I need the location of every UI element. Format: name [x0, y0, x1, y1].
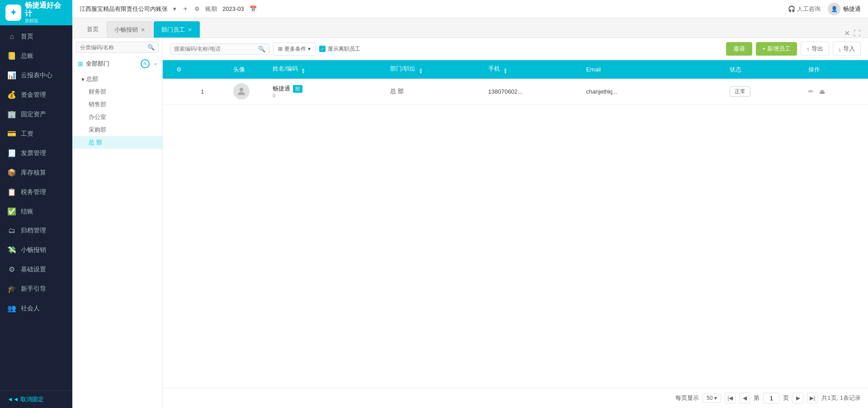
row-settings-cell: [163, 79, 195, 104]
sidebar-item-ledger[interactable]: 📒 总账: [0, 46, 72, 66]
page-number-input[interactable]: [763, 393, 779, 403]
filter-button[interactable]: ⊞ 更多条件 ▾: [273, 43, 316, 56]
sidebar-item-funds[interactable]: 💰 资金管理: [0, 85, 72, 104]
dept-sort-icon[interactable]: ▲▼: [419, 68, 423, 74]
col-settings[interactable]: ⚙: [163, 60, 195, 79]
employee-dept-badge: 部: [293, 85, 302, 93]
sidebar-label-reports: 云报表中心: [21, 71, 52, 80]
dept-collapse-icon[interactable]: «: [154, 61, 157, 66]
name-sort-icon[interactable]: ▲▼: [301, 68, 305, 74]
dept-child-sales[interactable]: 销售部: [72, 98, 162, 111]
archive-icon: 🗂: [7, 227, 16, 235]
next-page-button[interactable]: ▶: [793, 393, 803, 403]
sidebar-label-archive: 归档管理: [21, 227, 46, 235]
settings-icon: ⚙: [7, 265, 16, 274]
sidebar-label-guide: 新手引导: [21, 285, 46, 293]
sidebar-item-tax[interactable]: 📋 税务管理: [0, 182, 72, 202]
tab-expense[interactable]: 小畅报销 ✕: [107, 21, 153, 38]
sidebar-label-closing: 结账: [21, 208, 33, 216]
action-icons: ✏ ⏏: [808, 88, 863, 95]
import-button[interactable]: ↓ 导入: [833, 42, 861, 56]
col-dept-header[interactable]: 部门/职位 ▲▼: [385, 60, 483, 79]
filter-icon: ⊞: [278, 46, 283, 52]
employee-code: 0: [273, 93, 379, 98]
sidebar-label-settings: 基础设置: [21, 266, 46, 274]
dept-parent-general[interactable]: ▾ 总部: [72, 73, 162, 85]
settings-top-button[interactable]: ⚙: [194, 5, 200, 12]
support-button[interactable]: 🎧 人工咨询: [788, 5, 821, 13]
all-dept-header[interactable]: ⊞ 全部部门 ✎ «: [72, 57, 162, 71]
first-page-button[interactable]: |◀: [725, 393, 736, 403]
search-input[interactable]: [174, 46, 255, 52]
inventory-icon: 📦: [7, 168, 16, 177]
prev-page-button[interactable]: ◀: [739, 393, 750, 403]
row-phone-cell: 138070602...: [483, 79, 581, 104]
dept-child-office[interactable]: 办公室: [72, 111, 162, 123]
row-status-cell: 正常: [724, 79, 802, 104]
add-dept-button[interactable]: ✎: [141, 59, 150, 68]
sidebar-label-home: 首页: [21, 33, 33, 41]
add-employee-button[interactable]: + 新增员工: [756, 42, 797, 56]
show-resigned-label: 显示离职员工: [328, 45, 360, 53]
tab-department[interactable]: 部门员工 ✕: [154, 21, 200, 38]
tab-home[interactable]: 首页: [80, 21, 106, 38]
search-box[interactable]: 🔍: [170, 43, 269, 55]
tab-expense-close[interactable]: ✕: [141, 27, 145, 33]
dept-search-icon[interactable]: 🔍: [147, 44, 155, 51]
sidebar-item-guide[interactable]: 🎓 新手引导: [0, 279, 72, 299]
company-dropdown-button[interactable]: ▾: [173, 5, 176, 12]
col-email-header: Email: [580, 60, 724, 79]
sidebar-item-invoice[interactable]: 🧾 发票管理: [0, 143, 72, 163]
edit-button[interactable]: ✏: [808, 88, 814, 95]
svg-point-0: [240, 88, 243, 91]
row-avatar-cell: [228, 79, 267, 104]
add-company-button[interactable]: ＋: [182, 4, 189, 14]
col-phone-header[interactable]: 手机 ▲▼: [483, 60, 581, 79]
export-button[interactable]: ↑ 导出: [801, 42, 829, 56]
maximize-window-button[interactable]: ⛶: [854, 29, 861, 38]
page-body: 🔍 ⊞ 全部部门 ✎ « ▾ 总部 财务部 销售部 办公室 采购部: [72, 38, 868, 408]
close-window-button[interactable]: ✕: [844, 29, 850, 38]
logout-button[interactable]: ⏏: [819, 88, 825, 95]
page-size-select[interactable]: 50 ▾: [703, 394, 721, 403]
page-label: 页: [783, 394, 789, 402]
invite-button[interactable]: 邀请: [726, 42, 752, 56]
main-content: 江西服宝精品有限责任公司内账张 ▾ ＋ ⚙ 账期 2023-03 📅 🎧 人工咨…: [72, 0, 868, 408]
sidebar-item-salary[interactable]: 💳 工资: [0, 124, 72, 143]
show-resigned-checkbox[interactable]: ✓: [319, 46, 326, 52]
sidebar-label-assets: 固定资产: [21, 110, 46, 119]
sidebar-item-inventory[interactable]: 📦 库存核算: [0, 163, 72, 182]
top-right: 🎧 人工咨询 👤 畅捷通: [788, 3, 861, 15]
sidebar-item-home[interactable]: ⌂ 首页: [0, 27, 72, 46]
tab-department-close[interactable]: ✕: [188, 27, 192, 33]
dept-child-general[interactable]: 总 部: [72, 136, 162, 149]
sidebar-item-assets[interactable]: 🏢 固定资产: [0, 104, 72, 124]
dept-search-input[interactable]: [80, 44, 147, 51]
sidebar-item-archive[interactable]: 🗂 归档管理: [0, 221, 72, 240]
table-row: 1 畅捷通 部 0: [163, 79, 868, 104]
sidebar-label-invoice: 发票管理: [21, 149, 46, 157]
page-size-label: 每页显示: [675, 394, 699, 402]
col-name-header[interactable]: 姓名/编码 ▲▼: [267, 60, 385, 79]
show-resigned-checkbox-group[interactable]: ✓ 显示离职员工: [319, 45, 360, 53]
row-name-cell: 畅捷通 部 0: [267, 79, 385, 104]
employee-table: ⚙ 头像 姓名/编码 ▲▼ 部门/职位 ▲▼: [163, 60, 868, 104]
sidebar-item-settings[interactable]: ⚙ 基础设置: [0, 260, 72, 279]
unpin-button[interactable]: ◄◄ 取消固定: [0, 390, 72, 408]
search-icon[interactable]: 🔍: [258, 46, 265, 52]
calendar-icon[interactable]: 📅: [250, 5, 257, 12]
sidebar-item-reports[interactable]: 📊 云报表中心: [0, 66, 72, 85]
assets-icon: 🏢: [7, 110, 16, 119]
last-page-button[interactable]: ▶|: [807, 393, 818, 403]
sidebar-item-closing[interactable]: ✅ 结账: [0, 202, 72, 221]
phone-sort-icon[interactable]: ▲▼: [503, 68, 507, 74]
app-logo: ✦ 畅捷通好会计 旗舰版: [0, 0, 72, 25]
toolbar-right: 邀请 + 新增员工 ↑ 导出 ↓ 导入: [726, 42, 861, 56]
dept-search-box[interactable]: 🔍: [76, 42, 159, 53]
sidebar-item-social[interactable]: 👥 社会人: [0, 299, 72, 318]
sidebar: ✦ 畅捷通好会计 旗舰版 ⌂ 首页 📒 总账 📊 云报表中心 💰 资金管理 🏢 …: [0, 0, 72, 408]
sidebar-item-expense[interactable]: 💸 小畅报销: [0, 240, 72, 260]
tabs-bar: 首页 小畅报销 ✕ 部门员工 ✕ ✕ ⛶: [72, 18, 868, 38]
dept-child-finance[interactable]: 财务部: [72, 85, 162, 98]
dept-child-purchase[interactable]: 采购部: [72, 123, 162, 136]
